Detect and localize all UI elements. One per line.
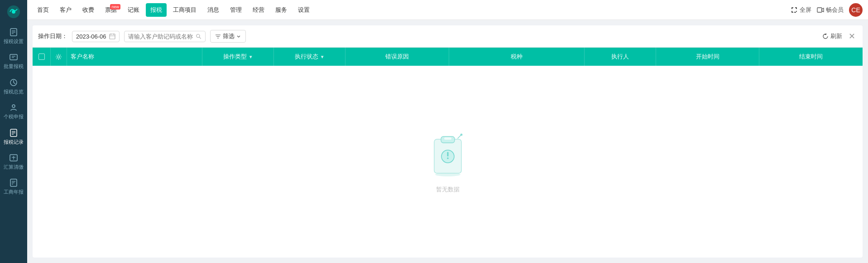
nav-item-accounting[interactable]: 记账 xyxy=(123,3,144,17)
status-sort-icon: ▼ xyxy=(320,54,325,59)
svg-rect-24 xyxy=(817,8,822,12)
svg-point-1 xyxy=(12,10,15,14)
fullscreen-label: 全屏 xyxy=(800,6,811,14)
th-op-type[interactable]: 操作类型 ▼ xyxy=(202,48,274,66)
chevron-down-icon xyxy=(236,34,241,39)
search-box[interactable] xyxy=(124,31,206,42)
search-icon xyxy=(196,33,201,39)
tax-settings-icon xyxy=(9,27,19,37)
svg-point-12 xyxy=(12,105,15,107)
svg-point-43 xyxy=(435,173,460,176)
th-executor: 执行人 xyxy=(585,48,656,66)
tax-overview-icon xyxy=(9,78,19,88)
refresh-label: 刷新 xyxy=(830,32,842,40)
refresh-icon xyxy=(822,33,829,39)
date-picker[interactable]: 2023-06-06 xyxy=(72,31,120,42)
svg-line-11 xyxy=(14,83,15,84)
svg-point-40 xyxy=(447,157,449,159)
sidebar-item-tax-records[interactable]: 报税记录 xyxy=(0,124,27,149)
empty-text: 暂无数据 xyxy=(436,185,460,194)
filter-button[interactable]: 筛选 xyxy=(210,30,246,43)
svg-point-34 xyxy=(58,56,60,58)
settlement-icon xyxy=(9,153,19,163)
nav-item-home[interactable]: 首页 xyxy=(33,3,53,17)
table-header: 客户名称 操作类型 ▼ 执行状态 ▼ 错误原因 税种 执行人 xyxy=(33,48,863,66)
main-area: 首页 客户 收费 票据 new 记账 报税 工商项目 消息 管理 经营 服务 设… xyxy=(27,0,868,263)
table-container: 操作日期： 2023-06-06 xyxy=(33,25,863,258)
nav-item-operations[interactable]: 经营 xyxy=(248,3,269,17)
th-end-time: 结束时间 xyxy=(759,48,863,66)
nav-item-tax[interactable]: 报税 xyxy=(146,3,167,17)
sidebar-item-personal-tax[interactable]: 个税申报 xyxy=(0,99,27,124)
member-label: 畅会员 xyxy=(826,6,844,14)
th-gear[interactable] xyxy=(51,48,67,66)
svg-rect-39 xyxy=(447,152,448,156)
personal-tax-icon xyxy=(9,102,19,112)
fullscreen-button[interactable]: 全屏 xyxy=(791,6,811,14)
nav-item-settings[interactable]: 设置 xyxy=(293,3,314,17)
filter-icon xyxy=(215,34,221,39)
nav-right: 全屏 畅会员 CE xyxy=(791,3,863,17)
filter-label: 筛选 xyxy=(223,32,235,40)
th-tax-type: 税种 xyxy=(449,48,585,66)
svg-line-30 xyxy=(199,37,201,39)
sidebar-item-tax-overview[interactable]: 报税总览 xyxy=(0,74,27,99)
nav-item-message[interactable]: 消息 xyxy=(203,3,224,17)
annual-report-icon xyxy=(9,178,19,188)
page-content: 操作日期： 2023-06-06 xyxy=(27,20,868,263)
nav-item-collection[interactable]: 收费 xyxy=(78,3,99,17)
calendar-icon xyxy=(109,33,115,39)
th-start-time: 开始时间 xyxy=(656,48,760,66)
select-all-checkbox[interactable] xyxy=(38,54,45,60)
th-error: 错误原因 xyxy=(345,48,449,66)
close-button[interactable]: ✕ xyxy=(847,32,857,40)
member-button[interactable]: 畅会员 xyxy=(817,6,844,14)
th-checkbox[interactable] xyxy=(33,48,51,66)
gear-icon xyxy=(55,54,62,60)
svg-rect-37 xyxy=(444,137,451,140)
nav-item-commerce[interactable]: 工商项目 xyxy=(168,3,201,17)
sidebar-item-tax-settings[interactable]: 报税设置 xyxy=(0,24,27,49)
svg-rect-6 xyxy=(10,54,17,60)
batch-tax-icon xyxy=(9,52,19,62)
app-logo[interactable] xyxy=(5,4,22,20)
table-body: 暂无数据 xyxy=(33,66,863,258)
tax-records-icon xyxy=(9,128,19,138)
toolbar: 操作日期： 2023-06-06 xyxy=(33,25,863,48)
sidebar-item-batch-tax[interactable]: 批量报税 xyxy=(0,49,27,73)
nav-items: 首页 客户 收费 票据 new 记账 报税 工商项目 消息 管理 经营 服务 设… xyxy=(33,3,791,17)
top-navigation: 首页 客户 收费 票据 new 记账 报税 工商项目 消息 管理 经营 服务 设… xyxy=(27,0,868,20)
nav-item-service[interactable]: 服务 xyxy=(271,3,292,17)
optype-sort-icon: ▼ xyxy=(249,54,253,59)
svg-point-29 xyxy=(197,34,200,38)
sidebar: 报税设置 批量报税 报税总览 个税申报 xyxy=(0,0,27,263)
svg-point-42 xyxy=(460,133,462,136)
search-input[interactable] xyxy=(128,33,194,40)
new-badge: new xyxy=(110,4,120,10)
date-label: 操作日期： xyxy=(38,32,67,40)
nav-item-invoice[interactable]: 票据 new xyxy=(101,3,121,17)
date-value: 2023-06-06 xyxy=(76,33,106,40)
fullscreen-icon xyxy=(791,6,798,14)
nav-item-management[interactable]: 管理 xyxy=(225,3,246,17)
empty-state: 暂无数据 xyxy=(425,130,470,194)
th-customer-name: 客户名称 xyxy=(67,48,202,66)
empty-illustration xyxy=(425,130,470,180)
video-icon xyxy=(817,6,824,14)
nav-item-customer[interactable]: 客户 xyxy=(55,3,76,17)
sidebar-item-settlement[interactable]: 汇算清缴 xyxy=(0,149,27,174)
th-status[interactable]: 执行状态 ▼ xyxy=(274,48,345,66)
sidebar-item-annual-report[interactable]: 工商年报 xyxy=(0,174,27,199)
user-avatar[interactable]: CE xyxy=(849,3,863,17)
svg-rect-25 xyxy=(110,34,115,39)
refresh-button[interactable]: 刷新 xyxy=(822,32,842,40)
